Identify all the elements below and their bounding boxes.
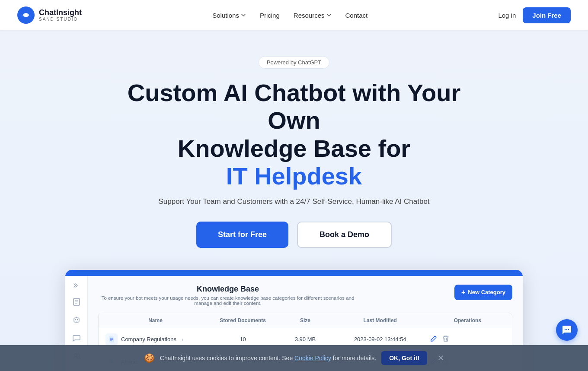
- svg-point-12: [566, 329, 567, 330]
- cookie-text: ChatInsight uses cookies to improve cont…: [160, 355, 376, 361]
- col-size: Size: [280, 317, 330, 323]
- logo[interactable]: ChatInsight Sand Studio: [17, 6, 82, 24]
- new-category-button[interactable]: + New Category: [454, 285, 512, 300]
- logo-sub: Sand Studio: [39, 17, 82, 22]
- row-size: 3.90 MB: [280, 336, 330, 342]
- hero-title: Custom AI Chatbot with Your Own Knowledg…: [108, 79, 480, 190]
- row-docs-count: 10: [205, 336, 280, 342]
- row-doc-icon: [105, 333, 118, 346]
- hero-section: Powered by ChatGPT Custom AI Chatbot wit…: [0, 30, 588, 371]
- cookie-banner: 🍪 ChatInsight uses cookies to improve co…: [0, 345, 588, 371]
- sidebar-bot-icon[interactable]: [71, 315, 82, 325]
- cookie-policy-link[interactable]: Cookie Policy: [294, 355, 331, 361]
- hero-subtitle: Support Your Team and Customers with a 2…: [143, 197, 445, 206]
- sidebar-expand-icon[interactable]: [73, 282, 80, 289]
- edit-icon[interactable]: [430, 335, 437, 343]
- powered-badge: Powered by ChatGPT: [259, 56, 329, 69]
- hero-highlight: IT Helpdesk: [226, 162, 362, 190]
- sidebar-docs-icon[interactable]: [71, 297, 82, 307]
- delete-icon[interactable]: [442, 335, 449, 343]
- sidebar-chat-icon[interactable]: [71, 333, 82, 343]
- svg-point-11: [565, 329, 566, 330]
- svg-point-5: [77, 319, 77, 320]
- kb-title: Knowledge Base: [98, 285, 358, 294]
- nav-pricing[interactable]: Pricing: [260, 12, 280, 19]
- nav-contact[interactable]: Contact: [345, 12, 368, 19]
- hero-buttons: Start for Free Book a Demo: [9, 222, 579, 248]
- nav-actions: Log in Join Free: [498, 7, 571, 23]
- join-free-button[interactable]: Join Free: [523, 7, 571, 23]
- nav-resources[interactable]: Resources: [294, 12, 332, 19]
- cookie-close-icon[interactable]: ✕: [438, 353, 444, 363]
- svg-point-13: [568, 329, 569, 330]
- col-stored-docs: Stored Documents: [205, 317, 280, 323]
- chevron-down-icon: [241, 13, 246, 18]
- row-name-cell: Company Regulations ›: [105, 333, 205, 346]
- app-top-bar: [65, 270, 523, 276]
- row-operations: [430, 335, 505, 343]
- col-name: Name: [105, 317, 205, 323]
- plus-icon: +: [461, 289, 465, 296]
- kb-desc: To ensure your bot meets your usage need…: [98, 295, 358, 306]
- chevron-down-icon: [326, 13, 332, 18]
- nav-solutions[interactable]: Solutions: [212, 12, 246, 19]
- svg-point-1: [24, 13, 28, 17]
- nav-links: Solutions Pricing Resources Contact: [212, 12, 368, 19]
- row-modified: 2023-09-02 13:44:54: [330, 336, 430, 342]
- table-header: Name Stored Documents Size Last Modified…: [99, 313, 512, 328]
- row-chevron-icon: ›: [182, 336, 183, 342]
- login-button[interactable]: Log in: [498, 12, 516, 19]
- kb-header: Knowledge Base To ensure your bot meets …: [98, 285, 512, 306]
- col-operations: Operations: [430, 317, 505, 323]
- svg-point-4: [75, 319, 76, 320]
- logo-name: ChatInsight: [39, 9, 82, 17]
- chat-bubble-button[interactable]: [556, 319, 578, 341]
- book-demo-button[interactable]: Book a Demo: [297, 222, 392, 248]
- cookie-emoji: 🍪: [144, 353, 155, 363]
- svg-rect-3: [74, 318, 79, 322]
- navbar: ChatInsight Sand Studio Solutions Pricin…: [0, 0, 588, 30]
- cookie-ok-button[interactable]: OK, Got it!: [381, 351, 427, 365]
- col-last-modified: Last Modified: [330, 317, 430, 323]
- start-free-button[interactable]: Start for Free: [196, 222, 288, 248]
